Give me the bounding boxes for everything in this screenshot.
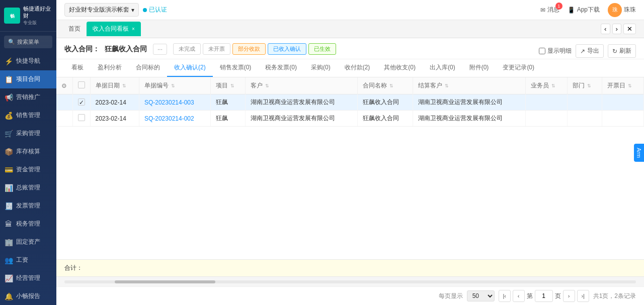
sub-tab-0[interactable]: 看板: [64, 59, 91, 77]
status-btn-2[interactable]: 部分收款: [232, 43, 266, 55]
close-window-button[interactable]: ✕: [623, 24, 636, 34]
refresh-button[interactable]: ↻ 刷新: [608, 44, 636, 58]
home-tab[interactable]: 首页: [64, 25, 85, 33]
user-avatar[interactable]: 珠 珠珠: [608, 3, 636, 17]
sidebar-item-2[interactable]: 📢营销推广: [0, 88, 56, 107]
nav-label-4: 采购管理: [16, 129, 40, 138]
nav-icon-8: 🧾: [4, 201, 13, 211]
sub-tab-7[interactable]: 收付款(2): [338, 59, 377, 77]
sidebar-item-11[interactable]: 👥工资: [0, 251, 56, 269]
more-options-button[interactable]: ···: [153, 44, 167, 55]
contract-column-header[interactable]: 合同名称 ⇅: [358, 77, 413, 94]
sub-tab-2[interactable]: 合同标的: [129, 59, 167, 77]
customer-column-header[interactable]: 客户 ⇅: [245, 77, 358, 94]
sidebar-item-13[interactable]: 🔔小畅报告: [0, 287, 56, 305]
sidebar-item-10[interactable]: 🏢固定资产: [0, 233, 56, 251]
sub-tab-10[interactable]: 附件(0): [462, 59, 496, 77]
date-column-header[interactable]: 单据日期 ⇅: [90, 77, 139, 94]
row-checkbox-1[interactable]: [72, 111, 90, 127]
avatar-icon: 珠: [608, 3, 622, 17]
show-detail-checkbox[interactable]: [539, 48, 545, 54]
settings-column-header[interactable]: ⚙: [56, 77, 72, 94]
row-number-link-0[interactable]: SQ-20230214-003: [144, 99, 194, 106]
row-check-1[interactable]: [78, 114, 85, 121]
row-number-0[interactable]: SQ-20230214-003: [139, 94, 210, 111]
row-customer-0: 湖南卫视商业运营发展有限公司: [245, 94, 358, 111]
next-tab-button[interactable]: ›: [612, 24, 621, 34]
sub-tab-6[interactable]: 采购(0): [304, 59, 338, 77]
app-sub: 专业版: [23, 20, 52, 26]
table-container[interactable]: ⚙ 单据日期 ⇅ 单据编号 ⇅: [56, 77, 644, 259]
row-settings-1: [56, 111, 72, 127]
sub-tab-5[interactable]: 税务发票(0): [258, 59, 304, 77]
export-icon: ↗: [580, 48, 585, 55]
last-page-button[interactable]: ›|: [577, 290, 589, 302]
prev-page-button[interactable]: ‹: [513, 290, 525, 302]
message-button[interactable]: ✉ 1 消息: [540, 6, 559, 14]
row-check-0[interactable]: ✓: [78, 98, 85, 106]
status-btn-1[interactable]: 未开票: [203, 43, 230, 55]
sub-tab-9[interactable]: 出入库(0): [423, 59, 462, 77]
number-column-header[interactable]: 单据编号 ⇅: [139, 77, 210, 94]
sidebar-item-6[interactable]: 💳资金管理: [0, 161, 56, 179]
first-page-button[interactable]: |‹: [499, 290, 511, 302]
page-number-input[interactable]: [535, 290, 553, 302]
open-date-column-header[interactable]: 开票日 ⇅: [602, 77, 643, 94]
sidebar-item-1[interactable]: 📋项目合同: [0, 70, 56, 88]
main-content: 好业财专业版演示帐套 ▾ 已认证 ✉ 1 消息 📱 App下载 珠: [56, 0, 644, 305]
salesperson-column-header[interactable]: 业务员 ⇅: [525, 77, 567, 94]
nav-icon-3: 💰: [4, 111, 13, 120]
sidebar-item-7[interactable]: 📊总账管理: [0, 179, 56, 197]
search-menu-button[interactable]: 🔍 搜索菜单: [4, 36, 52, 48]
show-detail-toggle[interactable]: 显示明细: [539, 47, 572, 55]
gear-icon[interactable]: ⚙: [61, 82, 67, 89]
table-row[interactable]: ✓ 2023-02-14 SQ-20230214-003 狂飙 湖南卫视商业运营…: [56, 94, 644, 111]
nav-label-7: 总账管理: [16, 183, 40, 192]
scroll-thumb[interactable]: [115, 280, 215, 283]
sidebar-item-8[interactable]: 🧾发票管理: [0, 197, 56, 215]
sub-tab-1[interactable]: 盈利分析: [91, 59, 129, 77]
company-selector[interactable]: 好业财专业版演示帐套 ▾: [64, 3, 139, 17]
department-column-header[interactable]: 部门 ⇅: [567, 77, 602, 94]
nav-icon-7: 📊: [4, 183, 13, 192]
final-customer-column-header[interactable]: 结算客户 ⇅: [413, 77, 526, 94]
sub-tab-3[interactable]: 收入确认(2): [167, 59, 213, 77]
contract-title: 收入合同： 狂飙收入合同: [64, 45, 147, 54]
table-row[interactable]: 2023-02-14 SQ-20230214-002 狂飙 湖南卫视商业运营发展…: [56, 111, 644, 127]
close-tab-button[interactable]: ×: [132, 26, 135, 32]
nav-label-3: 销售管理: [16, 111, 40, 120]
nav-icon-5: 📦: [4, 147, 13, 156]
prev-tab-button[interactable]: ‹: [601, 24, 610, 34]
sidebar-item-3[interactable]: 💰销售管理: [0, 107, 56, 125]
row-final-customer-1: 湖南卫视商业运营发展有限公司: [413, 111, 526, 127]
page-size-select[interactable]: 2050100: [467, 290, 495, 301]
sub-tab-8[interactable]: 其他收支(0): [377, 59, 423, 77]
page-prefix: 第: [527, 292, 533, 300]
tab-bar: 首页 收入合同看板 × ‹ › ✕: [56, 20, 644, 38]
export-button[interactable]: ↗ 导出: [576, 44, 604, 58]
sub-tab-11[interactable]: 变更记录(0): [496, 59, 541, 77]
status-btn-3[interactable]: 已收入确认: [268, 43, 306, 55]
number-label: 单据编号: [144, 82, 169, 89]
sidebar-item-12[interactable]: 📈经营管理: [0, 269, 56, 287]
sidebar-item-4[interactable]: 🛒采购管理: [0, 125, 56, 143]
next-page-button[interactable]: ›: [563, 290, 575, 302]
sidebar-item-5[interactable]: 📦库存核算: [0, 143, 56, 161]
arm-tab-button[interactable]: Arm: [634, 143, 644, 161]
project-column-header[interactable]: 项目 ⇅: [210, 77, 245, 94]
active-page-tab[interactable]: 收入合同看板 ×: [87, 22, 141, 36]
row-checkbox-0[interactable]: ✓: [72, 94, 90, 111]
sidebar-item-9[interactable]: 🏛税务管理: [0, 215, 56, 233]
sidebar-item-0[interactable]: ⚡快捷导航: [0, 52, 56, 70]
app-download-button[interactable]: 📱 App下载: [568, 6, 600, 14]
nav-icon-4: 🛒: [4, 129, 13, 138]
scroll-bar-area[interactable]: [56, 276, 644, 286]
status-btn-0[interactable]: 未完成: [173, 43, 201, 55]
row-number-link-1[interactable]: SQ-20230214-002: [144, 115, 194, 122]
row-contract-0: 狂飙收入合同: [358, 94, 413, 111]
checkbox-column-header[interactable]: [72, 77, 90, 94]
row-number-1[interactable]: SQ-20230214-002: [139, 111, 210, 127]
sub-tab-4[interactable]: 销售发票(0): [213, 59, 259, 77]
status-btn-4[interactable]: 已生效: [308, 43, 336, 55]
select-all-checkbox[interactable]: [78, 81, 85, 88]
